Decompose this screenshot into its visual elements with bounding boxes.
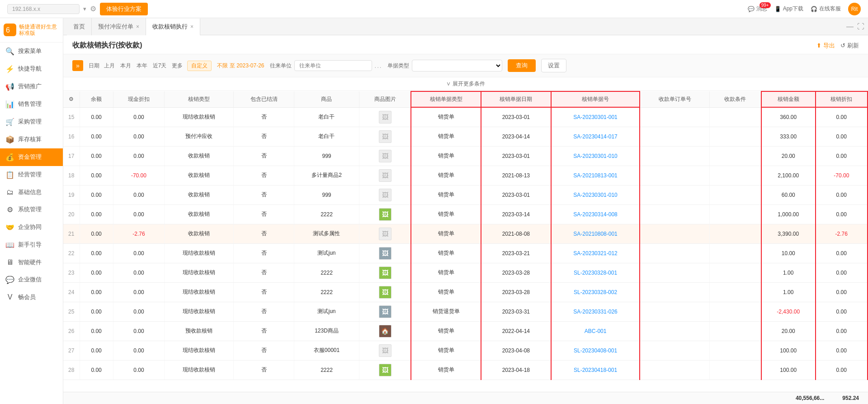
- cell-goods: 测试jun: [294, 243, 359, 263]
- cell-writeoff-no: SA-20230314-008: [551, 204, 640, 224]
- date-7days[interactable]: 近7天: [151, 61, 169, 71]
- tab-home-label: 首页: [73, 23, 85, 31]
- cell-cash-discount: 0.00: [113, 263, 165, 282]
- th-writeoff-type: 核销类型: [165, 91, 234, 107]
- cell-included-settled: 否: [234, 341, 294, 360]
- cell-writeoff-discount: 0.00: [816, 185, 868, 204]
- table-row: 26 0.00 0.00 预收款核销 否 123D商品 🏠 销货单 2022-0…: [63, 321, 868, 341]
- cell-goods-img: 🖼: [359, 282, 411, 302]
- cell-receipt-order-no: [640, 204, 709, 224]
- cell-writeoff-no: SA-20230414-017: [551, 127, 640, 146]
- date-this-month[interactable]: 本月: [118, 61, 133, 71]
- sidebar-item-sysadmin[interactable]: ⚙ 系统管理: [0, 201, 63, 219]
- tab-writeoff[interactable]: 收款核销执行 ×: [146, 19, 200, 36]
- cell-balance: 0.00: [80, 166, 113, 185]
- sidebar-item-member[interactable]: V 畅会员: [0, 289, 63, 306]
- cell-included-settled: 否: [234, 321, 294, 341]
- cell-receipt-condition: [709, 107, 761, 127]
- cell-writeoff-date: 2022-04-14: [481, 321, 551, 341]
- cell-balance: 0.00: [80, 204, 113, 224]
- message-badge: 99+: [760, 2, 771, 8]
- refresh-button[interactable]: ↺ 刷新: [840, 42, 859, 50]
- cell-writeoff-amount: 100.00: [761, 360, 816, 380]
- finance-icon: 💰: [5, 153, 14, 162]
- vouchertype-select[interactable]: [412, 60, 502, 71]
- cell-writeoff-amount: 1.00: [761, 263, 816, 282]
- cell-writeoff-type: 收款核销: [165, 146, 234, 166]
- date-more[interactable]: 更多: [170, 61, 184, 71]
- cell-writeoff-date: 2021-08-13: [481, 166, 551, 185]
- cell-goods-img: 🖼: [359, 341, 411, 360]
- top-bar-left: 192.168.x.x ▾ ⚙ 体验行业方案: [7, 3, 742, 15]
- refresh-icon: ↺: [840, 42, 845, 49]
- table-row: 17 0.00 0.00 收款核销 否 999 🖼 销货单 2023-03-01…: [63, 146, 868, 166]
- sidebar-item-wechat[interactable]: 💬 企业微信: [0, 271, 63, 289]
- app-icon: 📱: [774, 6, 781, 12]
- export-icon: ⬆: [816, 42, 821, 49]
- cell-num: 21: [63, 224, 80, 243]
- tab-home[interactable]: 首页: [67, 18, 92, 35]
- table-row: 27 0.00 0.00 现结收款核销 否 衣服00001 🖼 销货单 2023…: [63, 341, 868, 360]
- table-row: 19 0.00 0.00 收款核销 否 999 🖼 销货单 2023-03-01…: [63, 185, 868, 204]
- sidebar-item-hardware[interactable]: 🖥 智能硬件: [0, 254, 63, 271]
- main-layout: 6 畅捷通谱好生意 标准版 🔍 搜索菜单 ⚡ 快捷导航 📢 营销推广 📊: [0, 18, 868, 404]
- cell-writeoff-amount: 20.00: [761, 146, 816, 166]
- query-button[interactable]: 查询: [508, 59, 536, 72]
- cell-receipt-condition: [709, 243, 761, 263]
- sidebar-item-marketing[interactable]: 📢 营销推广: [0, 78, 63, 95]
- expand-more-button[interactable]: ∨ 展开更多条件: [446, 80, 485, 88]
- chevron-down-icon[interactable]: ▾: [83, 5, 86, 12]
- cell-included-settled: 否: [234, 282, 294, 302]
- user-avatar[interactable]: Rit: [848, 3, 861, 15]
- message-button[interactable]: 💬 消息 99+: [748, 5, 767, 13]
- date-this-year[interactable]: 本年: [135, 61, 149, 71]
- cell-goods: 多计量商品2: [294, 166, 359, 185]
- filter-expand-button[interactable]: »: [72, 60, 83, 71]
- sidebar-item-management[interactable]: 📋 经营管理: [0, 166, 63, 184]
- cell-writeoff-no: SL-20230328-001: [551, 263, 640, 282]
- export-button[interactable]: ⬆ 导出: [816, 42, 835, 50]
- tab-prepayment-close[interactable]: ×: [136, 24, 139, 30]
- sidebar-item-search[interactable]: 🔍 搜索菜单: [0, 43, 63, 60]
- date-prev-month[interactable]: 上月: [102, 61, 117, 71]
- tab-prepayment[interactable]: 预付冲应付单 ×: [92, 18, 146, 35]
- sidebar-item-basicinfo[interactable]: 🗂 基础信息: [0, 184, 63, 201]
- cell-cash-discount: 0.00: [113, 107, 165, 127]
- sidebar-item-sales[interactable]: 📊 销售管理: [0, 95, 63, 113]
- cell-included-settled: 否: [234, 263, 294, 282]
- window-minimize-button[interactable]: —: [846, 23, 854, 31]
- unit-input[interactable]: [294, 60, 372, 71]
- th-writeoff-discount: 核销折扣: [816, 91, 868, 107]
- sidebar-label-search: 搜索菜单: [18, 47, 42, 55]
- logo-icon: 6: [4, 24, 16, 36]
- app-download-button[interactable]: 📱 App下载: [774, 5, 803, 13]
- tab-bar: 首页 预付冲应付单 × 收款核销执行 × — ⛶: [63, 18, 868, 35]
- cell-writeoff-discount: 0.00: [816, 127, 868, 146]
- cell-receipt-order-no: [640, 321, 709, 341]
- th-goods: 商品: [294, 91, 359, 107]
- cell-writeoff-discount: 0.00: [816, 107, 868, 127]
- cell-writeoff-date: 2023-03-01: [481, 146, 551, 166]
- sidebar-item-finance[interactable]: 💰 资金管理: [0, 148, 63, 166]
- date-custom-button[interactable]: 自定义: [187, 61, 212, 71]
- tab-actions: — ⛶: [846, 23, 864, 31]
- sidebar-item-purchase[interactable]: 🛒 采购管理: [0, 113, 63, 131]
- sidebar-label-management: 经营管理: [18, 171, 42, 179]
- quicknav-icon: ⚡: [5, 65, 14, 73]
- settings-button[interactable]: 设置: [541, 59, 566, 72]
- cell-cash-discount: -70.00: [113, 166, 165, 185]
- sidebar-item-collab[interactable]: 🤝 企业协同: [0, 219, 63, 236]
- online-service-button[interactable]: 🎧 在线客服: [811, 5, 841, 13]
- cell-receipt-condition: [709, 204, 761, 224]
- sidebar-item-quicknav[interactable]: ⚡ 快捷导航: [0, 60, 63, 78]
- cell-receipt-condition: [709, 360, 761, 380]
- sidebar-item-inventory[interactable]: 📦 库存核算: [0, 131, 63, 148]
- cell-writeoff-amount: 333.00: [761, 127, 816, 146]
- cell-writeoff-type: 收款核销: [165, 224, 234, 243]
- sidebar-item-guide[interactable]: 📖 新手引导: [0, 236, 63, 254]
- settings-icon[interactable]: ⚙: [90, 5, 96, 13]
- cell-goods: 999: [294, 185, 359, 204]
- trial-button[interactable]: 体验行业方案: [100, 3, 148, 15]
- tab-writeoff-close[interactable]: ×: [190, 24, 193, 30]
- window-maximize-button[interactable]: ⛶: [857, 23, 864, 31]
